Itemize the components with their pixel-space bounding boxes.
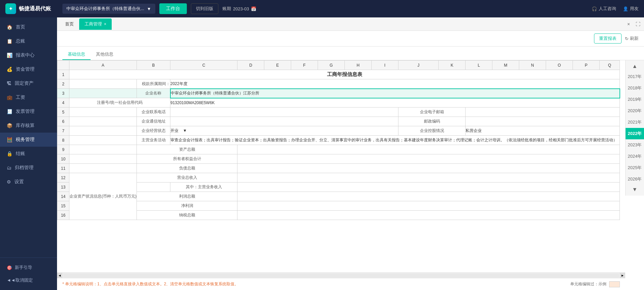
col-header-k[interactable]: K — [439, 61, 466, 70]
sidebar-item-finance[interactable]: 💰 资金管理 — [0, 62, 57, 76]
row-num-12: 12 — [57, 173, 69, 183]
sidebar-item-tax[interactable]: 🧮 税务管理 — [0, 133, 57, 147]
cell-8-c[interactable]: 审查企业会计报表；出具审计报告；验证企业资本；出具验资报告；办理企业合开、分立、… — [170, 136, 620, 145]
col-header-q[interactable]: Q — [600, 61, 620, 70]
ai-consult[interactable]: 🎧 人工咨询 — [592, 6, 616, 12]
table-row: 14 利润总额 — [57, 192, 620, 201]
cell-3-c[interactable]: 中审众环会计师事务所（特殊普通合伙）江苏分所 — [170, 89, 620, 98]
cell-4-ab: 注册号/统一社会信用代码 — [69, 98, 170, 107]
year-2018[interactable]: 2018年 — [626, 82, 644, 94]
sidebar-label-tax: 税务管理 — [16, 137, 35, 143]
cell-5-k[interactable] — [466, 107, 620, 117]
year-2022[interactable]: 2022年 — [626, 128, 644, 139]
spreadsheet-container[interactable]: A B C D E F G H I J K L — [57, 60, 625, 273]
col-header-i[interactable]: I — [372, 61, 398, 70]
sidebar-item-asset[interactable]: 🏗 固定资产 — [0, 76, 57, 90]
cell-7-k[interactable]: 私营企业 — [466, 126, 620, 136]
sidebar-item-salary[interactable]: 💼 工资 — [0, 90, 57, 104]
tab-home[interactable]: 首页 — [60, 18, 79, 30]
sub-tab-basic[interactable]: 基础信息 — [62, 49, 91, 60]
year-nav-up[interactable]: ▲ — [626, 62, 644, 71]
col-header-a[interactable]: A — [69, 61, 137, 70]
scroll-right-button[interactable]: ► — [620, 273, 625, 278]
sidebar-label-asset: 固定资产 — [15, 80, 34, 86]
cell-7-c[interactable]: 开业 ▼ — [170, 126, 398, 136]
cell-13-d[interactable] — [237, 183, 620, 192]
col-header-j[interactable]: J — [398, 61, 439, 70]
cell-12-a: 企业资产状况信息(币种：人民币万元) — [69, 173, 137, 220]
sidebar-item-close[interactable]: 🔒 结账 — [0, 147, 57, 161]
tab-active-label: 工商管理 — [85, 21, 102, 27]
col-header-o[interactable]: O — [546, 61, 573, 70]
sidebar-item-inventory[interactable]: 📦 库存核算 — [0, 119, 57, 133]
row-num-9: 9 — [57, 145, 69, 154]
year-2024[interactable]: 2024年 — [626, 151, 644, 162]
sidebar-item-archive[interactable]: 🗂 归档管理 — [0, 161, 57, 175]
sidebar-label-salary: 工资 — [16, 94, 25, 100]
year-2025[interactable]: 2025年 — [626, 162, 644, 173]
cell-6-k[interactable] — [466, 117, 620, 126]
year-2020[interactable]: 2020年 — [626, 105, 644, 117]
header-center: 工作台 切到旧版 账期 2023-03 📅 — [159, 3, 257, 14]
workbench-button[interactable]: 工作台 — [159, 3, 187, 14]
cell-10-d[interactable] — [237, 154, 620, 164]
col-header-c[interactable]: C — [170, 61, 237, 70]
cell-title[interactable]: 工商年报信息表 — [69, 70, 620, 79]
scroll-track[interactable] — [63, 274, 619, 278]
col-header-g[interactable]: G — [318, 61, 345, 70]
col-header-f[interactable]: F — [291, 61, 318, 70]
year-2026[interactable]: 2026年 — [626, 173, 644, 185]
cell-10-a — [69, 154, 137, 164]
close-window-button[interactable]: × — [625, 21, 632, 27]
cell-6-a — [69, 117, 137, 126]
col-header-b[interactable]: B — [137, 61, 170, 70]
cell-15-d[interactable] — [237, 201, 620, 211]
cell-6-c[interactable] — [170, 117, 398, 126]
cell-16-d[interactable] — [237, 211, 620, 220]
col-header-n[interactable]: N — [519, 61, 546, 70]
col-header-e[interactable]: E — [264, 61, 291, 70]
col-header-p[interactable]: P — [573, 61, 600, 70]
table-row: 6 企业通信地址 邮政编码 — [57, 117, 620, 126]
cell-14-d[interactable] — [237, 192, 620, 201]
tab-active-gongshang[interactable]: 工商管理 × — [79, 18, 112, 30]
cell-11-d[interactable] — [237, 164, 620, 173]
scroll-left-button[interactable]: ◄ — [57, 273, 62, 278]
col-header-d[interactable]: D — [237, 61, 264, 70]
sidebar-item-settings[interactable]: ⚙ 设置 — [0, 175, 57, 189]
cell-2-c[interactable]: 2022年度 — [170, 79, 620, 89]
sidebar-item-report[interactable]: 📊 报表中心 — [0, 48, 57, 62]
year-2017[interactable]: 2017年 — [626, 71, 644, 82]
sidebar-item-invoice[interactable]: 🧾 发票管理 — [0, 104, 57, 119]
maximize-window-button[interactable]: ⛶ — [635, 21, 641, 27]
cell-12-d[interactable] — [237, 173, 620, 183]
cell-3-b: 企业名称 — [137, 89, 170, 98]
year-2019[interactable]: 2019年 — [626, 94, 644, 105]
year-nav-down[interactable]: ▼ — [626, 185, 644, 194]
year-2021[interactable]: 2021年 — [626, 117, 644, 128]
sidebar-item-ledger[interactable]: 📋 总账 — [0, 34, 57, 48]
refresh-button[interactable]: ↻ 刷新 — [625, 35, 639, 42]
sidebar-item-home[interactable]: 🏠 首页 — [0, 20, 57, 34]
horizontal-scrollbar[interactable]: ◄ ► — [57, 273, 625, 278]
cell-7-a — [69, 126, 137, 136]
year-2023[interactable]: 2023年 — [626, 139, 644, 151]
table-row: 11 负债总额 — [57, 164, 620, 173]
cell-4-c[interactable]: 91320100MA208E5W6K — [170, 98, 620, 107]
tab-close-button[interactable]: × — [104, 22, 106, 26]
reset-report-button[interactable]: 重置报表 — [594, 33, 622, 44]
cell-5-c[interactable] — [170, 107, 398, 117]
col-header-m[interactable]: M — [492, 61, 519, 70]
new-guide[interactable]: 🎯 新手引导 — [0, 261, 57, 274]
switch-version-button[interactable]: 切到旧版 — [191, 3, 218, 14]
calendar-icon[interactable]: 📅 — [251, 6, 256, 11]
company-selector[interactable]: 中审众环会计师事务所（特殊普通合伙... ▼ — [62, 4, 155, 14]
col-header-h[interactable]: H — [345, 61, 372, 70]
sub-tab-other[interactable]: 其他信息 — [91, 49, 119, 60]
cell-9-d[interactable] — [237, 145, 620, 154]
table-row: 7 企业经营状态 开业 ▼ 企业控股情况 私营企业 — [57, 126, 620, 136]
user-area[interactable]: 👤 用友 — [623, 6, 639, 12]
pin-toggle[interactable]: ◄◄取消固定 — [0, 274, 57, 287]
col-header-l[interactable]: L — [466, 61, 492, 70]
row-num-14: 14 — [57, 192, 69, 201]
